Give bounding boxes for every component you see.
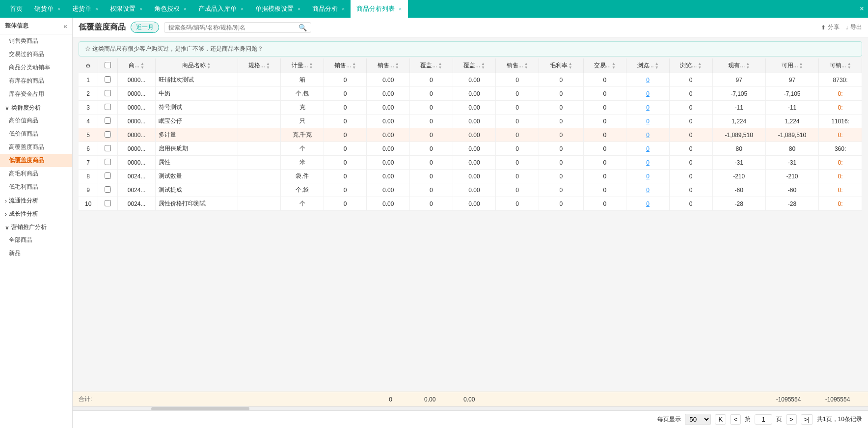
row-view1[interactable]: 0 <box>626 170 670 183</box>
col-view2[interactable]: 浏览...▲▼ <box>669 58 712 73</box>
row-select[interactable] <box>105 200 111 206</box>
sidebar-item-capital[interactable]: 库存资金占用 <box>0 87 72 101</box>
col-name[interactable]: 商品名称▲▼ <box>155 58 238 73</box>
row-view1[interactable]: 0 <box>626 142 670 156</box>
col-available[interactable]: 可用...▲▼ <box>765 58 818 73</box>
row-checkbox[interactable] <box>98 101 118 114</box>
nav-tab-role[interactable]: 角色授权 × <box>148 0 192 18</box>
sidebar-item-new-goods[interactable]: 新品 <box>0 247 72 260</box>
sidebar-group-category[interactable]: ∨ 类群度分析 <box>0 101 72 114</box>
main-layout: 整体信息 « 销售类商品 交易过的商品 商品分类动销率 有库存的商品 库存资金占… <box>0 18 868 428</box>
nav-tab-analysis-list[interactable]: 商品分析列表 × <box>351 0 407 18</box>
page-number-input[interactable] <box>755 414 772 425</box>
sidebar-item-high-profit[interactable]: 高毛利商品 <box>0 167 72 180</box>
row-checkbox[interactable] <box>98 114 118 128</box>
col-gross-rate[interactable]: 毛利率▲▼ <box>539 58 583 73</box>
col-cover2[interactable]: 覆盖...▲▼ <box>453 58 496 73</box>
row-view1[interactable]: 0 <box>626 114 670 128</box>
first-page-button[interactable]: K <box>715 414 726 425</box>
row-view1[interactable]: 0 <box>626 197 670 211</box>
close-icon[interactable]: × <box>95 6 98 12</box>
close-icon[interactable]: × <box>399 6 402 12</box>
sidebar-item-traded-goods[interactable]: 交易过的商品 <box>0 48 72 61</box>
last-page-button[interactable]: >| <box>801 414 813 425</box>
row-view1[interactable]: 0 <box>626 73 670 87</box>
horizontal-scrollbar[interactable] <box>73 406 868 410</box>
row-select[interactable] <box>105 90 111 96</box>
row-select[interactable] <box>105 131 111 138</box>
sidebar-item-low-coverage[interactable]: 低覆盖度商品 <box>0 154 72 167</box>
sidebar-item-stock-goods[interactable]: 有库存的商品 <box>0 74 72 87</box>
export-button[interactable]: ↓ 导出 <box>845 23 862 31</box>
sidebar-collapse-button[interactable]: « <box>63 22 67 30</box>
row-view1[interactable]: 0 <box>626 156 670 170</box>
sidebar-item-sales-goods[interactable]: 销售类商品 <box>0 34 72 48</box>
close-icon[interactable]: × <box>241 6 244 12</box>
nav-tab-product[interactable]: 产成品入库单 × <box>192 0 249 18</box>
row-view1[interactable]: 0 <box>626 87 670 101</box>
sidebar-item-low-profit[interactable]: 低毛利商品 <box>0 180 72 194</box>
col-sales-amt[interactable]: 销售...▲▼ <box>367 58 410 73</box>
row-select[interactable] <box>105 117 111 124</box>
sidebar-group-marketing[interactable]: ∨ 营销推广分析 <box>0 220 72 233</box>
nav-tab-permission[interactable]: 权限设置 × <box>104 0 148 18</box>
close-icon[interactable]: × <box>139 6 142 12</box>
col-sales2[interactable]: 销售...▲▼ <box>496 58 539 73</box>
row-view1[interactable]: 0 <box>626 128 670 142</box>
sidebar-group-flow[interactable]: › 流通性分析 <box>0 194 72 207</box>
share-button[interactable]: ⬆ 分享 <box>821 23 840 31</box>
close-icon[interactable]: × <box>184 6 187 12</box>
sidebar-group-growth[interactable]: › 成长性分析 <box>0 207 72 220</box>
filter-period-button[interactable]: 近一月 <box>131 22 159 33</box>
col-saleable[interactable]: 可销...▲▼ <box>819 58 862 73</box>
nav-tab-purchase[interactable]: 进货单 × <box>66 0 104 18</box>
next-page-button[interactable]: > <box>786 414 797 425</box>
sidebar-item-low-value[interactable]: 低价值商品 <box>0 127 72 141</box>
col-stock[interactable]: 现有...▲▼ <box>712 58 765 73</box>
col-code[interactable]: 商...▲▼ <box>118 58 156 73</box>
sidebar-item-all-goods[interactable]: 全部商品 <box>0 233 72 247</box>
row-checkbox[interactable] <box>98 183 118 197</box>
row-select[interactable] <box>105 76 111 83</box>
row-checkbox[interactable] <box>98 142 118 156</box>
nav-tab-home[interactable]: 首页 <box>4 0 28 18</box>
col-cover1[interactable]: 覆盖...▲▼ <box>410 58 453 73</box>
row-select[interactable] <box>105 159 111 165</box>
search-icon[interactable]: 🔍 <box>298 24 307 31</box>
col-trade[interactable]: 交易...▲▼ <box>583 58 626 73</box>
close-icon[interactable]: × <box>57 6 60 12</box>
row-checkbox[interactable] <box>98 156 118 170</box>
row-checkbox[interactable] <box>98 73 118 87</box>
row-select[interactable] <box>105 186 111 193</box>
row-checkbox[interactable] <box>98 128 118 142</box>
row-view1[interactable]: 0 <box>626 183 670 197</box>
row-select[interactable] <box>105 172 111 179</box>
row-select[interactable] <box>105 145 111 151</box>
sidebar-item-category-rate[interactable]: 商品分类动销率 <box>0 61 72 74</box>
row-select[interactable] <box>105 104 111 110</box>
row-checkbox[interactable] <box>98 170 118 183</box>
prev-page-button[interactable]: < <box>730 414 741 425</box>
nav-tab-template[interactable]: 单据模板设置 × <box>249 0 306 18</box>
row-view1[interactable]: 0 <box>626 101 670 114</box>
col-spec[interactable]: 规格...▲▼ <box>238 58 281 73</box>
checkbox-header[interactable] <box>98 58 118 73</box>
per-page-select[interactable]: 50 20 100 <box>685 414 711 425</box>
nav-tab-analysis[interactable]: 商品分析 × <box>306 0 351 18</box>
close-all-tabs[interactable]: × <box>860 5 864 13</box>
sidebar-item-high-value[interactable]: 高价值商品 <box>0 114 72 127</box>
col-unit[interactable]: 计量...▲▼ <box>281 58 324 73</box>
row-checkbox[interactable] <box>98 197 118 211</box>
col-sales-qty[interactable]: 销售...▲▼ <box>324 58 367 73</box>
close-icon[interactable]: × <box>298 6 300 12</box>
row-checkbox[interactable] <box>98 87 118 101</box>
col-view1[interactable]: 浏览...▲▼ <box>626 58 670 73</box>
select-all-checkbox[interactable] <box>105 62 111 68</box>
row-cover1: 0 <box>410 101 453 114</box>
sidebar-item-high-coverage[interactable]: 高覆盖度商品 <box>0 141 72 154</box>
search-input[interactable] <box>168 24 298 31</box>
table-container[interactable]: ⚙ 商...▲▼ 商品名称▲▼ 规格...▲▼ 计量...▲▼ 销售...▲▼ … <box>79 58 862 392</box>
settings-header[interactable]: ⚙ <box>79 58 98 73</box>
nav-tab-sales[interactable]: 销货单 × <box>28 0 66 18</box>
close-icon[interactable]: × <box>342 6 345 12</box>
